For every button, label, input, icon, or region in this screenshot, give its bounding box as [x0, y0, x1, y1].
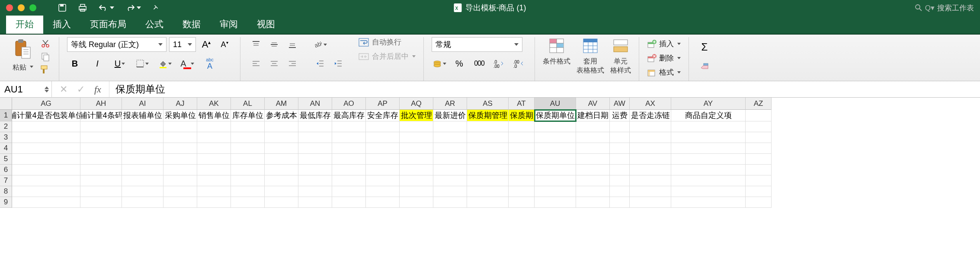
name-box[interactable]: AU1: [0, 81, 52, 98]
cell-AV2[interactable]: [576, 121, 610, 132]
cell-AK4[interactable]: [197, 143, 231, 154]
cell-AK9[interactable]: [197, 197, 231, 208]
undo-icon[interactable]: [99, 4, 114, 12]
cell-AK6[interactable]: [197, 165, 231, 175]
cell-AS2[interactable]: [467, 121, 509, 132]
cell-AN3[interactable]: [298, 132, 332, 143]
row-header-6[interactable]: 6: [0, 165, 12, 175]
decrease-indent-icon[interactable]: [312, 56, 328, 71]
cell-AI5[interactable]: [122, 154, 163, 165]
cell-AG2[interactable]: [12, 121, 80, 132]
cell-AI1[interactable]: 报表辅单位: [122, 110, 163, 121]
align-right-icon[interactable]: [285, 56, 300, 71]
cell-AI6[interactable]: [122, 165, 163, 175]
cell-AV7[interactable]: [576, 175, 610, 186]
cell-AH4[interactable]: [80, 143, 122, 154]
cell-AK2[interactable]: [197, 121, 231, 132]
cell-AP7[interactable]: [366, 175, 400, 186]
cell-AW8[interactable]: [610, 186, 630, 197]
cell-AV3[interactable]: [576, 132, 610, 143]
cell-AP8[interactable]: [366, 186, 400, 197]
cell-AX9[interactable]: [630, 197, 671, 208]
cell-AR5[interactable]: [433, 154, 467, 165]
cell-AV4[interactable]: [576, 143, 610, 154]
cell-AZ6[interactable]: [746, 165, 772, 175]
cell-AI9[interactable]: [122, 197, 163, 208]
cell-AO8[interactable]: [332, 186, 366, 197]
increase-indent-icon[interactable]: [330, 56, 346, 71]
align-middle-icon[interactable]: [266, 37, 282, 52]
format-painter-icon[interactable]: [40, 65, 51, 74]
cell-AQ4[interactable]: [400, 143, 433, 154]
cell-AQ5[interactable]: [400, 154, 433, 165]
cell-AK1[interactable]: 销售单位: [197, 110, 231, 121]
phonetic-button[interactable]: abcA: [202, 56, 218, 71]
tab-审阅[interactable]: 审阅: [210, 15, 247, 34]
cell-AQ7[interactable]: [400, 175, 433, 186]
cell-AR4[interactable]: [433, 143, 467, 154]
cell-AM8[interactable]: [265, 186, 298, 197]
cell-AU8[interactable]: [535, 186, 576, 197]
cell-AR6[interactable]: [433, 165, 467, 175]
format-as-table-button[interactable]: 套用 表格格式: [576, 37, 604, 75]
tab-数据[interactable]: 数据: [173, 15, 210, 34]
col-header-AW[interactable]: AW: [610, 98, 630, 110]
cell-AT1[interactable]: 保质期: [509, 110, 535, 121]
format-cells-button[interactable]: 格式: [647, 67, 681, 77]
cell-AR7[interactable]: [433, 175, 467, 186]
conditional-format-button[interactable]: 条件格式: [543, 37, 570, 66]
cell-AY2[interactable]: [671, 121, 746, 132]
cell-AQ9[interactable]: [400, 197, 433, 208]
cell-AZ1[interactable]: [746, 110, 772, 121]
cell-AN6[interactable]: [298, 165, 332, 175]
cell-AS9[interactable]: [467, 197, 509, 208]
cell-AO1[interactable]: 最高库存: [332, 110, 366, 121]
cell-AQ8[interactable]: [400, 186, 433, 197]
cell-AV5[interactable]: [576, 154, 610, 165]
cell-AX7[interactable]: [630, 175, 671, 186]
cell-AN1[interactable]: 最低库存: [298, 110, 332, 121]
cell-AJ3[interactable]: [163, 132, 197, 143]
cell-AT7[interactable]: [509, 175, 535, 186]
cell-AW4[interactable]: [610, 143, 630, 154]
cell-AR9[interactable]: [433, 197, 467, 208]
decrease-decimal-icon[interactable]: .00.0: [511, 56, 527, 71]
cell-AJ9[interactable]: [163, 197, 197, 208]
copy-icon[interactable]: [40, 52, 51, 61]
cell-AP5[interactable]: [366, 154, 400, 165]
customize-qat-icon[interactable]: [152, 5, 158, 11]
font-color-button[interactable]: A: [179, 56, 195, 71]
row-header-8[interactable]: 8: [0, 186, 12, 197]
cell-AM4[interactable]: [265, 143, 298, 154]
col-header-AI[interactable]: AI: [122, 98, 163, 110]
cell-AL9[interactable]: [231, 197, 265, 208]
cell-AV9[interactable]: [576, 197, 610, 208]
cell-AQ2[interactable]: [400, 121, 433, 132]
cell-AW2[interactable]: [610, 121, 630, 132]
increase-decimal-icon[interactable]: .0.00: [491, 56, 507, 71]
col-header-AZ[interactable]: AZ: [746, 98, 772, 110]
cell-AN8[interactable]: [298, 186, 332, 197]
align-top-icon[interactable]: [248, 37, 264, 52]
cell-AI2[interactable]: [122, 121, 163, 132]
italic-button[interactable]: I: [90, 56, 105, 71]
cell-AM2[interactable]: [265, 121, 298, 132]
col-header-AJ[interactable]: AJ: [163, 98, 197, 110]
cell-AP3[interactable]: [366, 132, 400, 143]
cell-AY7[interactable]: [671, 175, 746, 186]
cell-AH9[interactable]: [80, 197, 122, 208]
align-center-icon[interactable]: [266, 56, 282, 71]
cell-AQ1[interactable]: 批次管理: [400, 110, 433, 121]
row-header-3[interactable]: 3: [0, 132, 12, 143]
cell-AT8[interactable]: [509, 186, 535, 197]
cell-AR8[interactable]: [433, 186, 467, 197]
col-header-AN[interactable]: AN: [298, 98, 332, 110]
cell-AY1[interactable]: 商品自定义项: [671, 110, 746, 121]
cell-AG9[interactable]: [12, 197, 80, 208]
cell-AK8[interactable]: [197, 186, 231, 197]
cell-AR1[interactable]: 最新进价: [433, 110, 467, 121]
search-box[interactable]: Q▾ 搜索工作表: [915, 3, 974, 13]
cell-AU4[interactable]: [535, 143, 576, 154]
col-header-AQ[interactable]: AQ: [400, 98, 433, 110]
tab-视图[interactable]: 视图: [247, 15, 285, 34]
